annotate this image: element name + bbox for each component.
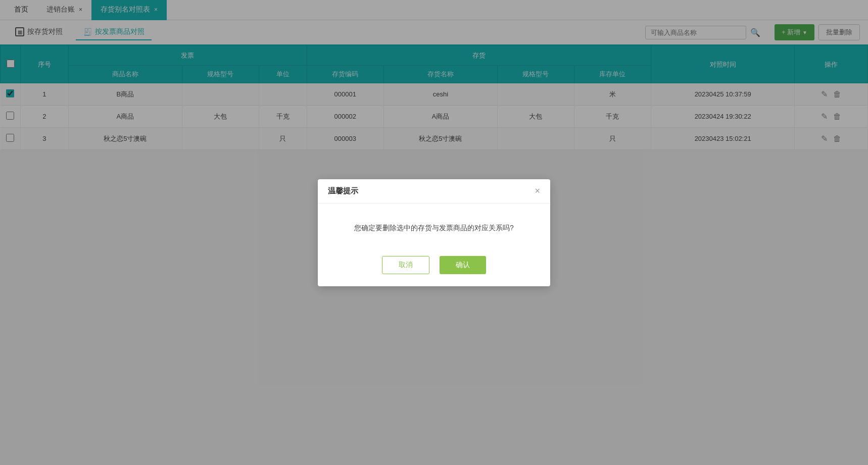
dialog-overlay: 温馨提示 × 您确定要删除选中的存货与发票商品的对应关系吗? 取消 确认 — [0, 0, 868, 150]
